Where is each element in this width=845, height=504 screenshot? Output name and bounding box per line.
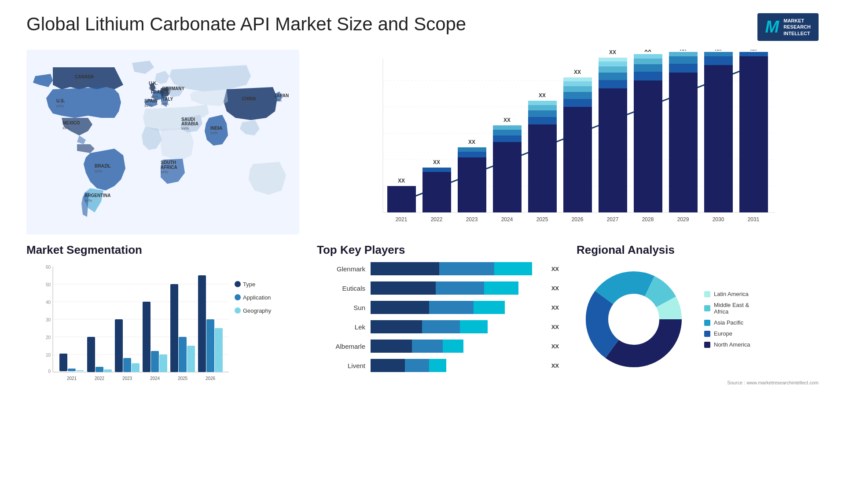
svg-rect-40 <box>563 77 592 81</box>
segmentation-svg: 60 50 40 30 20 10 0 <box>26 262 299 394</box>
svg-rect-24 <box>493 130 522 135</box>
player-bar-dark-livent <box>371 359 405 372</box>
legend-color-na <box>704 342 710 348</box>
player-bar-mid-glenmark <box>439 262 494 275</box>
svg-text:XX: XX <box>750 50 757 51</box>
map-label-argentina: ARGENTINA <box>84 193 110 198</box>
legend-north-america: North America <box>704 341 750 348</box>
map-label-uk: U.K. <box>149 81 158 86</box>
bar-chart-wrapper: XX 2021 XX 2022 XX 2023 <box>317 50 819 234</box>
svg-rect-64 <box>704 65 733 212</box>
legend-color-europe <box>704 331 710 337</box>
svg-rect-38 <box>563 86 592 92</box>
svg-rect-88 <box>68 369 76 371</box>
svg-text:XX: XX <box>680 50 687 51</box>
legend-asia-pacific: Asia Pacific <box>704 319 750 326</box>
regional-title: Regional Analysis <box>577 243 819 257</box>
player-bar-light-euticals <box>484 281 518 295</box>
bar-chart-svg: XX 2021 XX 2022 XX 2023 <box>317 50 819 234</box>
svg-text:XX: XX <box>539 92 546 99</box>
logo-m-icon: M <box>765 18 779 37</box>
player-row-sun: Sun XX <box>317 301 559 314</box>
map-label-southafrica: SOUTH <box>161 160 176 165</box>
svg-text:2026: 2026 <box>206 376 216 381</box>
svg-text:50: 50 <box>46 282 51 287</box>
seg-chart-container: 60 50 40 30 20 10 0 <box>26 262 299 394</box>
player-xx-glenmark: XX <box>551 266 559 272</box>
logo-area: M MARKET RESEARCH INTELLECT <box>757 13 819 41</box>
svg-text:Geography: Geography <box>243 307 272 314</box>
svg-rect-91 <box>87 337 95 372</box>
svg-text:2021: 2021 <box>67 376 77 381</box>
svg-point-111 <box>235 281 241 287</box>
svg-rect-35 <box>563 107 592 212</box>
svg-rect-43 <box>599 88 627 212</box>
svg-text:XX: XX <box>468 139 475 145</box>
legend-latin-america: Latin America <box>704 291 750 297</box>
player-bar-dark-glenmark <box>371 262 439 275</box>
svg-text:20: 20 <box>46 335 51 340</box>
svg-rect-109 <box>215 328 223 372</box>
map-val-saudi: xx% <box>181 126 189 131</box>
svg-rect-108 <box>206 319 214 372</box>
svg-rect-39 <box>563 81 592 86</box>
legend-label-apac: Asia Pacific <box>714 319 743 326</box>
player-name-euticals: Euticals <box>317 285 365 292</box>
svg-text:2029: 2029 <box>677 216 689 223</box>
source-text: Source : www.marketresearchintellect.com <box>577 380 819 385</box>
svg-rect-47 <box>599 62 627 66</box>
svg-rect-95 <box>115 319 123 372</box>
legend-label-mea: Middle East &Africa <box>714 302 749 315</box>
svg-rect-103 <box>170 284 178 372</box>
svg-rect-52 <box>634 72 662 80</box>
svg-text:2028: 2028 <box>642 216 654 223</box>
main-grid: CANADA xx% U.S. xx% MEXICO xx% BRAZIL xx… <box>26 50 819 394</box>
svg-rect-28 <box>528 124 557 212</box>
player-row-lek: Lek XX <box>317 320 559 333</box>
map-label-brazil: BRAZIL <box>95 164 111 168</box>
map-val-canada: xx% <box>75 80 82 84</box>
svg-text:40: 40 <box>46 300 51 305</box>
player-bar-light-sun <box>474 301 504 314</box>
svg-text:30: 30 <box>46 318 51 322</box>
svg-rect-51 <box>634 80 662 212</box>
logo-line1: MARKET <box>783 18 811 24</box>
svg-text:2021: 2021 <box>396 216 408 223</box>
svg-text:Application: Application <box>243 294 271 301</box>
legend-label-na: North America <box>714 341 750 348</box>
svg-text:2022: 2022 <box>95 376 105 381</box>
svg-rect-25 <box>493 125 522 130</box>
player-bar-albemarle <box>371 340 543 353</box>
map-section: CANADA xx% U.S. xx% MEXICO xx% BRAZIL xx… <box>26 50 299 234</box>
svg-rect-17 <box>458 157 486 212</box>
svg-rect-105 <box>187 346 195 372</box>
player-row-glenmark: Glenmark XX <box>317 262 559 275</box>
map-val-india: xx% <box>210 131 218 135</box>
svg-rect-22 <box>493 142 522 212</box>
logo-text: MARKET RESEARCH INTELLECT <box>783 18 811 37</box>
page-title: Global Lithium Carbonate API Market Size… <box>26 13 466 35</box>
player-bar-mid-livent <box>405 359 429 372</box>
player-row-euticals: Euticals XX <box>317 281 559 295</box>
player-row-livent: Livent XX <box>317 359 559 372</box>
svg-rect-89 <box>76 370 84 371</box>
svg-text:2024: 2024 <box>150 376 160 381</box>
svg-rect-93 <box>104 369 112 372</box>
player-xx-livent: XX <box>551 362 559 369</box>
svg-rect-29 <box>528 117 557 124</box>
map-label-arabia: ARABIA <box>181 121 198 126</box>
svg-text:10: 10 <box>46 353 51 358</box>
player-bar-light-livent <box>429 359 446 372</box>
svg-rect-45 <box>599 73 627 80</box>
svg-text:2025: 2025 <box>178 376 188 381</box>
svg-rect-23 <box>493 135 522 142</box>
svg-rect-96 <box>123 358 131 372</box>
map-val-china: xx% <box>242 101 250 106</box>
logo-box: M MARKET RESEARCH INTELLECT <box>757 13 819 41</box>
player-bar-dark-euticals <box>371 281 436 295</box>
svg-text:Type: Type <box>243 281 255 288</box>
svg-text:2024: 2024 <box>501 216 513 223</box>
svg-rect-60 <box>669 56 698 64</box>
donut-container: Latin America Middle East &Africa Asia P… <box>577 262 819 376</box>
map-label-germany: GERMANY <box>162 86 184 91</box>
